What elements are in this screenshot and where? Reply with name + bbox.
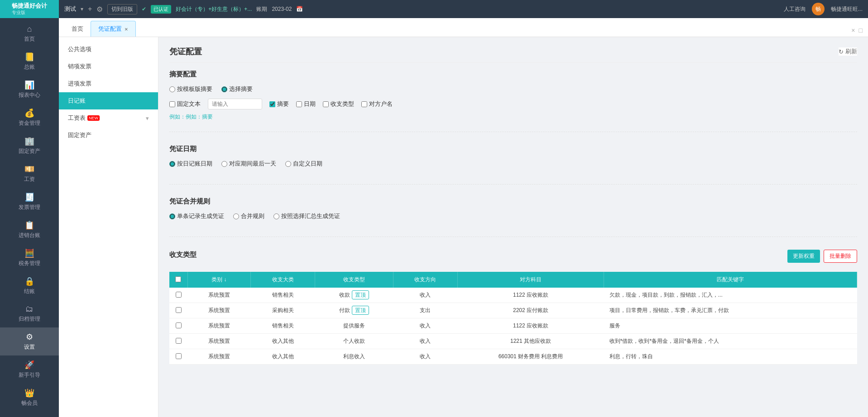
- th-direction: 收支方向: [393, 272, 458, 288]
- top-tag-btn[interactable]: 置顶: [352, 306, 369, 315]
- select-all-checkbox[interactable]: [175, 276, 181, 282]
- row-checkbox[interactable]: [176, 307, 182, 313]
- fixed-text-input[interactable]: [208, 99, 262, 109]
- left-panel-item-label: 日记账: [68, 97, 86, 105]
- tab-voucher-config[interactable]: 凭证配置 ×: [91, 21, 136, 37]
- company-dropdown-icon[interactable]: ▾: [81, 6, 83, 12]
- left-panel-item-journal[interactable]: 日记账: [59, 92, 158, 109]
- sidebar-item-reports[interactable]: 📊 报表中心: [0, 76, 59, 104]
- checkbox-summary-label[interactable]: 摘要: [269, 100, 289, 108]
- user-name[interactable]: 畅捷通旺旺...: [831, 5, 863, 13]
- sidebar-item-close[interactable]: 🔒 结账: [0, 272, 59, 300]
- gear-icon: ⚙: [26, 332, 33, 342]
- cell-keywords: 利息，行转，珠自: [604, 349, 857, 365]
- checkbox-counterpart-label[interactable]: 对方户名: [361, 100, 393, 108]
- th-counterpart-subject: 对方科目: [457, 272, 604, 288]
- tab-voucher-config-label: 凭证配置: [98, 25, 122, 33]
- sidebar-item-label: 新手引导: [19, 371, 40, 379]
- checkbox-type-label[interactable]: 收支类型: [323, 100, 354, 108]
- add-icon[interactable]: +: [88, 5, 92, 13]
- radio-single-input[interactable]: [169, 213, 175, 219]
- row-checkbox[interactable]: [176, 292, 182, 298]
- radio-journal-date[interactable]: 按日记账日期: [169, 160, 212, 168]
- switch-version-button[interactable]: 切到旧版: [107, 4, 137, 14]
- sidebar-item-label: 首页: [24, 35, 35, 43]
- calendar-icon[interactable]: 📅: [296, 6, 303, 12]
- batch-delete-button[interactable]: 批量删除: [824, 250, 857, 263]
- cell-counterpart-subject: 1122 应收账款: [457, 288, 604, 303]
- radio-custom-date-input[interactable]: [285, 161, 291, 167]
- radio-select-total-input[interactable]: [273, 213, 279, 219]
- radio-select-total[interactable]: 按照选择汇总生成凭证: [273, 212, 340, 220]
- checkbox-type[interactable]: [323, 101, 329, 107]
- cell-category: 系统预置: [187, 303, 251, 318]
- sidebar-item-funds[interactable]: 💰 资金管理: [0, 104, 59, 132]
- sidebar-item-settings[interactable]: ⚙ 设置: [0, 327, 59, 355]
- certified-label: 已认证: [151, 5, 171, 14]
- radio-journal-date-input[interactable]: [169, 161, 175, 167]
- sidebar-item-label: 进销台账: [19, 232, 40, 239]
- cell-checkbox: [169, 288, 187, 303]
- sidebar-item-label: 畅会员: [21, 399, 38, 407]
- radio-select[interactable]: 选择摘要: [221, 85, 253, 93]
- checkbox-date[interactable]: [296, 101, 302, 107]
- radio-merge-rule-input[interactable]: [233, 213, 239, 219]
- sidebar-item-archive[interactable]: 🗂 归档管理: [0, 300, 59, 327]
- cell-category: 系统预置: [187, 334, 251, 349]
- cell-keywords: 收到*借款，收到*备用金，退回*备用金，个人: [604, 334, 857, 349]
- radio-template-input[interactable]: [169, 86, 175, 92]
- maximize-window-button[interactable]: □: [859, 27, 863, 34]
- radio-period-last[interactable]: 对应期间最后一天: [221, 160, 276, 168]
- sidebar-item-label: 资金管理: [19, 119, 40, 127]
- refresh-button[interactable]: ↻ 刷新: [839, 47, 857, 56]
- close-window-button[interactable]: ×: [851, 27, 855, 34]
- top-tag-btn[interactable]: 置顶: [352, 290, 369, 299]
- row-checkbox[interactable]: [176, 338, 182, 344]
- checkbox-date-label[interactable]: 日期: [296, 100, 316, 108]
- left-panel-item-sales-invoice[interactable]: 销项发票: [59, 58, 158, 75]
- right-panel: 凭证配置 ↻ 刷新 摘要配置 按模板版摘要: [158, 37, 868, 417]
- sidebar-item-tax[interactable]: 🧮 税务管理: [0, 244, 59, 272]
- table-row: 系统预置 收入其他 个人收款 收入 1221 其他应收款 收到*借款，收到*备用…: [169, 334, 857, 349]
- main-area: ⌂ 首页 📒 总账 📊 报表中心 💰 资金管理 🏢 固定资产 💴 工资: [0, 18, 868, 417]
- row-checkbox[interactable]: [176, 322, 182, 328]
- cell-direction: 收入: [393, 349, 458, 365]
- settings-icon[interactable]: ⚙: [96, 5, 103, 14]
- update-weight-button[interactable]: 更新权重: [787, 250, 820, 263]
- left-panel-item-payroll[interactable]: 工资表 NEW ▾: [59, 109, 158, 127]
- left-panel-item-fixed-assets[interactable]: 固定资产: [59, 127, 158, 144]
- row-checkbox[interactable]: [176, 353, 182, 359]
- checkbox-fixed-text[interactable]: [169, 101, 175, 107]
- left-panel-item-purchase-invoice[interactable]: 进项发票: [59, 75, 158, 92]
- checkbox-summary[interactable]: [269, 101, 275, 107]
- radio-template[interactable]: 按模板版摘要: [169, 85, 212, 93]
- logo-area: 畅捷通好会计 专业版: [0, 0, 59, 18]
- checkbox-counterpart[interactable]: [361, 101, 367, 107]
- page-title: 凭证配置: [169, 46, 202, 57]
- tags: 好会计（专）+好生意（标）+...: [176, 5, 252, 13]
- tab-close-icon[interactable]: ×: [125, 26, 128, 33]
- sidebar-item-ledger[interactable]: 📒 总账: [0, 47, 59, 76]
- radio-select-input[interactable]: [221, 86, 227, 92]
- th-main-type: 收支大类: [251, 272, 315, 288]
- tab-home[interactable]: 首页: [64, 21, 91, 37]
- sidebar-item-salary[interactable]: 💴 工资: [0, 160, 59, 188]
- radio-single[interactable]: 单条记录生成凭证: [169, 212, 224, 220]
- sidebar-item-purchase[interactable]: 📋 进销台账: [0, 216, 59, 244]
- left-panel-item-public[interactable]: 公共选项: [59, 41, 158, 58]
- cell-keywords: 服务: [604, 318, 857, 334]
- sidebar-item-home[interactable]: ⌂ 首页: [0, 20, 59, 47]
- consult-label[interactable]: 人工咨询: [784, 5, 806, 13]
- radio-custom-date[interactable]: 自定义日期: [285, 160, 322, 168]
- checkbox-fixed-text-label[interactable]: 固定文本: [169, 100, 201, 108]
- sidebar-item-invoice[interactable]: 🧾 发票管理: [0, 188, 59, 216]
- radio-merge-rule[interactable]: 合并规则: [233, 212, 264, 220]
- refresh-icon: ↻: [839, 48, 844, 55]
- sidebar-item-assets[interactable]: 🏢 固定资产: [0, 132, 59, 160]
- table-row: 系统预置 采购相关 付款 置顶 支出 2202 应付账款 项目，日常费用，报销款…: [169, 303, 857, 318]
- sidebar-item-guide[interactable]: 🚀 新手引导: [0, 355, 59, 384]
- sidebar-item-member[interactable]: 👑 畅会员: [0, 384, 59, 412]
- radio-period-last-input[interactable]: [221, 161, 227, 167]
- top-bar-left: 测试 ▾ + ⚙ 切到旧版 ✔ 已认证 好会计（专）+好生意（标）+... 账期…: [64, 4, 784, 14]
- sidebar-item-label: 固定资产: [19, 147, 40, 155]
